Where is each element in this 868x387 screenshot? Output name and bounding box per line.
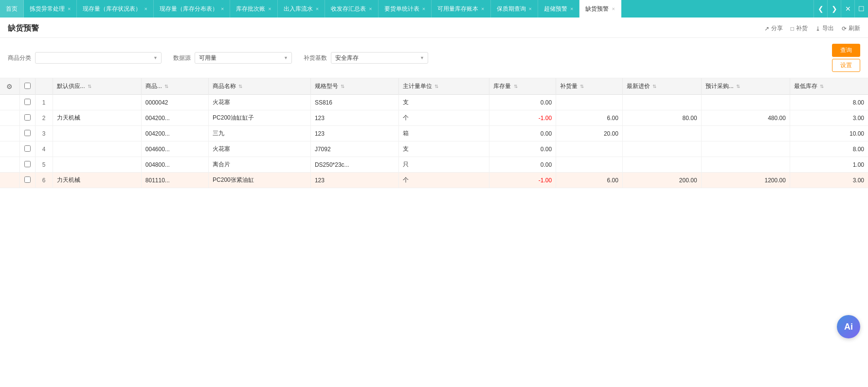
ai-label: Ai [844, 322, 853, 332]
row-checkbox-cell[interactable] [19, 126, 35, 141]
tab-pick-exception[interactable]: 拣货异常处理 × [24, 0, 77, 18]
tab-inventory-dist[interactable]: 现存量（库存分布表） × [154, 0, 230, 18]
row-number: 2 [35, 110, 53, 126]
row-checkbox[interactable] [24, 130, 31, 136]
page-header: 缺货预警 ↗ 分享 □ 补货 ⤓ 导出 ⟳ 刷新 [0, 18, 868, 38]
table-header-row: ⚙ 默认供应... ⇅ 商品... ⇅ 商品名称 [0, 78, 868, 95]
tab-inventory-status-label: 现存量（库存状况表） [83, 5, 141, 13]
close-icon[interactable]: × [144, 6, 147, 12]
sort-icon: ⇅ [88, 84, 91, 89]
row-min-stock: 10.00 [790, 126, 868, 141]
table-wrap: ⚙ 默认供应... ⇅ 商品... ⇅ 商品名称 [0, 78, 868, 188]
page-title: 缺货预警 [8, 23, 39, 34]
share-button[interactable]: ↗ 分享 [764, 24, 783, 33]
tab-shortage[interactable]: 缺货预警 × [579, 0, 621, 18]
refresh-icon: ⟳ [842, 25, 847, 32]
tab-close-all-button[interactable]: ✕ [841, 0, 854, 18]
tab-expiry-query[interactable]: 保质期查询 × [491, 0, 538, 18]
th-min-stock[interactable]: 最低库存 ⇅ [790, 78, 868, 95]
th-latest-price[interactable]: 最新进价 ⇅ [622, 78, 701, 95]
table-row: 6 力天机械 801110... PC200张紧油缸 123 个 -1.00 6… [0, 173, 868, 188]
th-name[interactable]: 商品名称 ⇅ [209, 78, 311, 95]
category-select-wrap [35, 52, 162, 64]
setting-button[interactable]: 设置 [832, 59, 860, 72]
close-icon[interactable]: × [570, 6, 573, 12]
row-min-stock: 1.00 [790, 157, 868, 173]
row-checkbox-cell[interactable] [19, 110, 35, 126]
category-select[interactable] [35, 52, 162, 64]
tab-inventory-status[interactable]: 现存量（库存状况表） × [77, 0, 153, 18]
tab-batch-account[interactable]: 库存批次账 × [230, 0, 277, 18]
row-latest-price [622, 157, 701, 173]
th-settings[interactable]: ⚙ [0, 78, 19, 95]
close-icon[interactable]: × [221, 6, 224, 12]
row-checkbox[interactable] [24, 176, 31, 183]
row-checkbox[interactable] [24, 114, 31, 121]
sort-icon: ⇅ [820, 84, 824, 89]
tab-inout-flow[interactable]: 出入库流水 × [278, 0, 325, 18]
tab-bar: 首页 拣货异常处理 × 现存量（库存状况表） × 现存量（库存分布表） × 库存… [0, 0, 868, 18]
tab-prev-button[interactable]: ❮ [814, 0, 827, 18]
th-est-purchase[interactable]: 预计采购... ⇅ [701, 78, 790, 95]
close-icon[interactable]: × [481, 6, 484, 12]
close-icon[interactable]: × [612, 6, 615, 12]
close-icon[interactable]: × [316, 6, 319, 12]
datasource-label: 数据源 [173, 54, 191, 62]
select-all-checkbox[interactable] [24, 83, 31, 89]
close-icon[interactable]: × [369, 6, 372, 12]
th-code[interactable]: 商品... ⇅ [141, 78, 208, 95]
row-replenish [556, 141, 623, 157]
tab-maximize-button[interactable]: ☐ [854, 0, 868, 18]
row-min-stock: 3.00 [790, 110, 868, 126]
th-est-purchase-label: 预计采购... [705, 83, 734, 89]
tab-next-button[interactable]: ❯ [827, 0, 841, 18]
row-settings [0, 157, 19, 173]
row-replenish: 6.00 [556, 110, 623, 126]
tab-order-stats[interactable]: 要货单统计表 × [379, 0, 432, 18]
close-icon[interactable]: × [68, 6, 71, 12]
row-number: 6 [35, 173, 53, 188]
row-checkbox-cell[interactable] [19, 157, 35, 173]
th-replenish-label: 补货量 [560, 83, 578, 89]
refresh-button[interactable]: ⟳ 刷新 [842, 24, 860, 33]
row-code: 801110... [141, 173, 208, 188]
close-icon[interactable]: × [529, 6, 532, 12]
category-label: 商品分类 [8, 54, 31, 62]
th-replenish[interactable]: 补货量 ⇅ [556, 78, 623, 95]
row-checkbox-cell[interactable] [19, 173, 35, 188]
close-icon[interactable]: × [422, 6, 425, 12]
gear-icon[interactable]: ⚙ [6, 83, 13, 90]
datasource-select[interactable]: 可用量 库存量 [195, 52, 292, 64]
tab-overstock[interactable]: 超储预警 × [538, 0, 579, 18]
ai-badge[interactable]: Ai [837, 315, 860, 338]
sort-icon: ⇅ [736, 84, 740, 89]
replenish-base-select[interactable]: 安全库存 最低库存 [331, 52, 428, 64]
th-checkbox[interactable] [19, 78, 35, 95]
tab-available-ledger[interactable]: 可用量库存账本 × [432, 0, 490, 18]
close-icon[interactable]: × [268, 6, 271, 12]
row-name: PC200张紧油缸 [209, 173, 311, 188]
row-checkbox-cell[interactable] [19, 141, 35, 157]
row-checkbox[interactable] [24, 99, 31, 105]
row-checkbox[interactable] [24, 145, 31, 152]
row-latest-price: 200.00 [622, 173, 701, 188]
th-spec[interactable]: 规格型号 ⇅ [310, 78, 398, 95]
sort-icon: ⇅ [434, 84, 438, 89]
export-button[interactable]: ⤓ 导出 [815, 24, 834, 33]
row-checkbox-cell[interactable] [19, 95, 35, 110]
th-stock[interactable]: 库存量 ⇅ [489, 78, 556, 95]
row-spec: SS816 [310, 95, 398, 110]
row-replenish [556, 157, 623, 173]
replenish-label: 补货 [796, 24, 808, 33]
row-checkbox[interactable] [24, 161, 31, 167]
tab-collect-summary[interactable]: 收发存汇总表 × [325, 0, 378, 18]
row-unit: 只 [398, 157, 489, 173]
replenish-button[interactable]: □ 补货 [791, 24, 808, 33]
tab-home[interactable]: 首页 [0, 0, 24, 18]
row-settings [0, 141, 19, 157]
row-min-stock: 3.00 [790, 173, 868, 188]
query-button[interactable]: 查询 [832, 44, 860, 57]
th-unit[interactable]: 主计量单位 ⇅ [398, 78, 489, 95]
share-icon: ↗ [764, 25, 769, 32]
th-supplier[interactable]: 默认供应... ⇅ [53, 78, 141, 95]
